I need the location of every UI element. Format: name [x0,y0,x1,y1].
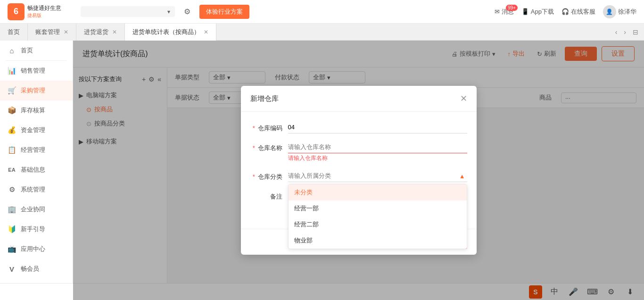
sidebar: ⌂ 首页 📊 销售管理 🛒 采购管理 📦 库存核算 💰 资金管理 📋 经营管理 … [0,41,73,300]
dialog-close-btn[interactable]: ✕ [460,93,467,104]
phone-icon: 📱 [521,8,529,15]
modal-overlay: 新增仓库 ✕ * 仓库编码 04 [73,41,644,300]
operations-icon: 📋 [8,146,16,154]
message-btn[interactable]: ✉ 消息 99+ [495,8,514,16]
sidebar-item-operations[interactable]: 📋 经营管理 [0,140,73,160]
tab-close-stats[interactable]: ✕ [204,29,208,35]
tab-menu-btn[interactable]: ⊟ [631,27,640,37]
tab-bar: 首页 账套管理 ✕ 进货退货 ✕ 进货单统计表（按商品） ✕ ‹ › ⊟ [0,24,644,41]
dropdown-option-2[interactable]: 经营二部 [289,217,467,233]
tab-close-accounts[interactable]: ✕ [64,29,68,35]
tab-home[interactable]: 首页 [0,24,28,41]
sidebar-item-home[interactable]: ⌂ 首页 [0,41,73,60]
form-row-category: * 仓库分类 ▲ 未分类 经营一部 经营二部 [250,170,467,182]
sidebar-item-system[interactable]: ⚙ 系统管理 [0,180,73,200]
app-download-btn[interactable]: 📱 App下载 [521,8,554,16]
code-input[interactable]: 04 [288,121,467,133]
dropdown-option-0[interactable]: 未分类 [289,184,467,200]
code-control: 04 [288,121,467,133]
search-input[interactable]: 日太阳膜 [85,8,167,15]
category-label: * 仓库分类 [250,173,288,181]
code-label: * 仓库编码 [250,124,288,133]
user-profile[interactable]: 👤 徐泽华 [603,5,636,18]
sidebar-item-newbie[interactable]: 🔰 新手引导 [0,219,73,239]
dialog-body: * 仓库编码 04 * 仓库名称 [241,112,477,229]
top-header: 6 畅捷通好生意 捷易版 日太阳膜 ▾ ⚙ 体验行业方案 ✉ 消息 99+ 📱 … [0,0,644,24]
apps-icon: 📺 [8,245,16,253]
content-area: 进货单统计(按商品) 🖨 按模板打印 ▾ ↑ 导出 ↻ 刷新 查询 设置 [73,41,644,300]
search-dropdown-btn[interactable]: ▾ [167,8,170,15]
avatar: 👤 [603,5,616,18]
dialog-title: 新增仓库 [250,94,279,103]
sidebar-item-sales[interactable]: 📊 销售管理 [0,61,73,81]
newbie-icon: 🔰 [8,225,16,233]
home-icon: ⌂ [8,46,16,55]
logo-area: 6 畅捷通好生意 捷易版 [8,3,81,20]
message-icon: ✉ [495,8,500,15]
sidebar-item-vip[interactable]: V 畅会员 [0,259,73,279]
sidebar-item-apps[interactable]: 📺 应用中心 [0,239,73,259]
notes-label: 备注 [250,192,288,201]
basic-icon: EA [8,166,16,174]
new-warehouse-dialog: 新增仓库 ✕ * 仓库编码 04 [241,86,477,255]
sidebar-item-finance[interactable]: 💰 资金管理 [0,120,73,140]
main-layout: ⌂ 首页 📊 销售管理 🛒 采购管理 📦 库存核算 💰 资金管理 📋 经营管理 … [0,41,644,300]
tab-close-return[interactable]: ✕ [112,29,117,35]
sidebar-item-enterprise[interactable]: 🏢 企业协同 [0,200,73,219]
online-service-btn[interactable]: 🎧 在线客服 [561,8,595,16]
tab-actions: ‹ › ⊟ [610,27,644,37]
name-input[interactable] [288,141,467,153]
sidebar-item-basic[interactable]: EA 基础信息 [0,160,73,180]
header-right: ✉ 消息 99+ 📱 App下载 🎧 在线客服 👤 徐泽华 [495,5,636,18]
vip-icon: V [8,265,16,273]
name-label: * 仓库名称 [250,144,288,152]
tab-prev-btn[interactable]: ‹ [613,27,619,37]
finance-icon: 💰 [8,126,16,134]
headset-icon: 🎧 [561,8,569,15]
logo-text: 畅捷通好生意 捷易版 [27,5,61,18]
settings-icon[interactable]: ⚙ [180,4,195,19]
category-input[interactable] [288,170,467,182]
header-search-box[interactable]: 日太阳膜 ▾ [81,6,175,17]
logo-icon: 6 [8,3,25,20]
try-industry-btn[interactable]: 体验行业方案 [199,5,249,19]
sidebar-item-inventory[interactable]: 📦 库存核算 [0,100,73,120]
tab-accounts[interactable]: 账套管理 ✕ [28,24,76,41]
dropdown-option-1[interactable]: 经营一部 [289,200,467,217]
dropdown-arrow-icon[interactable]: ▲ [459,173,465,180]
form-row-name: * 仓库名称 请输入仓库名称 [250,141,467,162]
inventory-icon: 📦 [8,106,16,115]
sidebar-item-purchase[interactable]: 🛒 采购管理 [0,81,73,100]
tab-purchase-stats[interactable]: 进货单统计表（按商品） ✕ [125,24,216,41]
tab-next-btn[interactable]: › [622,27,628,37]
enterprise-icon: 🏢 [8,205,16,214]
category-dropdown: ▲ 未分类 经营一部 经营二部 物业部 [288,170,467,182]
form-row-code: * 仓库编码 04 [250,121,467,133]
message-badge: 99+ [506,5,518,11]
category-dropdown-list: 未分类 经营一部 经营二部 物业部 [288,184,467,249]
name-control: 请输入仓库名称 [288,141,467,162]
purchase-icon: 🛒 [8,86,16,95]
category-control: ▲ 未分类 经营一部 经营二部 物业部 [288,170,467,182]
sales-icon: 📊 [8,67,16,75]
tab-purchase-return[interactable]: 进货退货 ✕ [76,24,125,41]
dialog-header: 新增仓库 ✕ [241,86,477,112]
name-error-msg: 请输入仓库名称 [288,154,467,162]
system-icon: ⚙ [8,185,16,194]
dropdown-option-3[interactable]: 物业部 [289,233,467,249]
